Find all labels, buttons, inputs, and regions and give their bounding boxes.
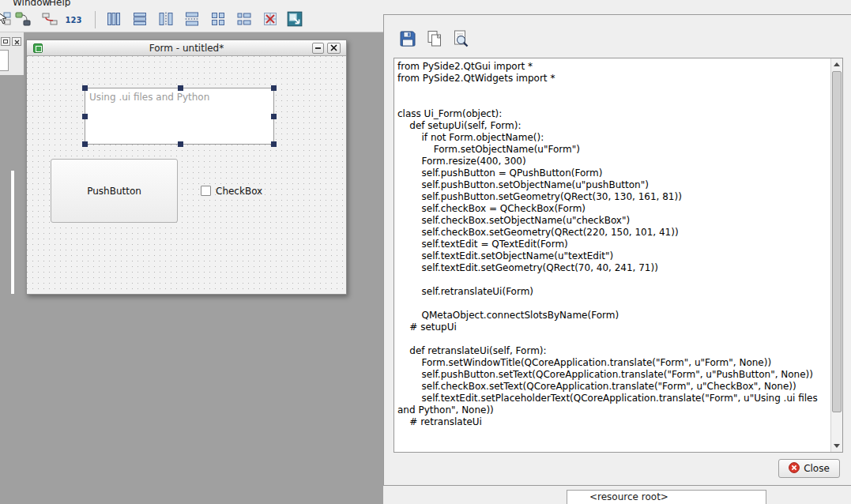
edit-tab-order-icon: 123 bbox=[66, 16, 82, 24]
dock-close-icon bbox=[14, 36, 20, 47]
code-line: Form.resize(400, 300) bbox=[397, 156, 830, 167]
selection-handle-top-left[interactable] bbox=[82, 85, 88, 91]
code-line: class Ui_Form(object): bbox=[397, 108, 830, 120]
code-line: Form.setWindowTitle(QCoreApplication.tra… bbox=[397, 357, 830, 369]
code-line: self.textEdit = QTextEdit(Form) bbox=[397, 239, 830, 250]
layout-splitter-horizontal-icon bbox=[158, 11, 174, 29]
dock-float-button[interactable] bbox=[1, 37, 10, 46]
code-scrollbar[interactable] bbox=[830, 58, 842, 452]
code-line: def retranslateUi(self, Form): bbox=[397, 345, 830, 357]
break-layout-button[interactable] bbox=[260, 9, 281, 30]
edit-widgets-icon bbox=[0, 11, 12, 29]
bottom-panel-strip: <resource root> bbox=[383, 486, 851, 504]
close-window-button[interactable] bbox=[327, 43, 341, 54]
form-editor-window: Form - untitled* Using .ui files and Pyt… bbox=[26, 39, 347, 295]
selection-handle-bottom-right[interactable] bbox=[271, 141, 277, 147]
toolbar-separator bbox=[95, 11, 96, 28]
code-line: self.checkBox.setText(QCoreApplication.t… bbox=[397, 381, 830, 393]
down-arrow-icon bbox=[834, 444, 840, 448]
minimize-button[interactable] bbox=[312, 43, 324, 54]
code-preview-dialog: from PySide2.QtGui import *from PySide2.… bbox=[383, 14, 851, 486]
code-view: from PySide2.QtGui import *from PySide2.… bbox=[393, 58, 843, 453]
find-button[interactable] bbox=[450, 29, 471, 50]
up-arrow-icon bbox=[834, 62, 840, 66]
resource-root-item[interactable]: <resource root> bbox=[589, 491, 668, 502]
minimize-icon bbox=[315, 47, 321, 49]
resource-browser-panel: <resource root> bbox=[567, 490, 766, 504]
code-line: QMetaObject.connectSlotsByName(Form) bbox=[397, 310, 830, 322]
textedit-widget[interactable]: Using .ui files and Python bbox=[85, 88, 274, 145]
code-line: if not Form.objectName(): bbox=[397, 132, 830, 144]
code-line: and Python", None)) bbox=[397, 404, 830, 416]
form-design-canvas[interactable]: Using .ui files and Python PushButton Ch… bbox=[27, 56, 346, 294]
code-line bbox=[397, 85, 830, 96]
code-line: self.pushButton = QPushButton(Form) bbox=[397, 167, 830, 179]
pushbutton-widget[interactable]: PushButton bbox=[51, 159, 178, 223]
code-line: from PySide2.QtGui import * bbox=[397, 61, 830, 73]
find-icon bbox=[451, 29, 470, 51]
selection-handle-top-center[interactable] bbox=[178, 85, 183, 91]
menu-help[interactable]: Help bbox=[49, 0, 70, 7]
selection-handle-bottom-left[interactable] bbox=[82, 141, 88, 147]
layout-splitter-vertical-icon bbox=[184, 11, 200, 29]
layout-grid-button[interactable] bbox=[208, 9, 228, 30]
scrollbar-up-arrow[interactable] bbox=[831, 58, 842, 70]
code-line: def setupUi(self, Form): bbox=[397, 120, 830, 132]
selection-handle-middle-left[interactable] bbox=[82, 114, 88, 119]
edit-buddies-button[interactable] bbox=[40, 9, 60, 30]
edit-signals-slots-icon bbox=[15, 11, 31, 29]
layout-vertically-button[interactable] bbox=[130, 9, 150, 30]
qt-designer-screen: Window Help 123 bbox=[0, 0, 851, 504]
code-line: self.pushButton.setText(QCoreApplication… bbox=[397, 369, 830, 381]
layout-grid-icon bbox=[210, 11, 226, 29]
code-line: # setupUi bbox=[397, 322, 830, 333]
dock-close-button[interactable] bbox=[12, 37, 21, 46]
code-line bbox=[397, 333, 830, 345]
selection-handle-top-right[interactable] bbox=[271, 85, 277, 91]
code-line: self.textEdit.setPlaceholderText(QCoreAp… bbox=[397, 393, 830, 404]
layout-horizontal-icon bbox=[106, 11, 122, 29]
code-line: self.retranslateUi(Form) bbox=[397, 286, 830, 298]
close-window-icon bbox=[330, 43, 337, 54]
save-button[interactable] bbox=[397, 29, 418, 50]
selection-handle-bottom-center[interactable] bbox=[178, 141, 183, 147]
code-line: self.checkBox.setObjectName(u"checkBox") bbox=[397, 215, 830, 227]
layout-form-icon bbox=[236, 11, 252, 29]
form-window-title: Form - untitled* bbox=[27, 43, 346, 54]
form-window-titlebar[interactable]: Form - untitled* bbox=[27, 40, 346, 56]
close-dialog-label: Close bbox=[804, 463, 830, 474]
layout-splitter-horizontal-button[interactable] bbox=[156, 9, 176, 30]
code-line: from PySide2.QtWidgets import * bbox=[397, 73, 830, 85]
widget-filter-input[interactable] bbox=[0, 50, 9, 71]
layout-vertical-icon bbox=[132, 11, 148, 29]
code-line bbox=[397, 274, 830, 286]
break-layout-icon bbox=[262, 11, 278, 29]
copy-button[interactable] bbox=[424, 29, 445, 50]
checkbox-label: CheckBox bbox=[216, 186, 262, 197]
code-line bbox=[397, 96, 830, 108]
designer-form-icon bbox=[33, 43, 43, 53]
layout-splitter-vertical-button[interactable] bbox=[182, 9, 202, 30]
adjust-size-button[interactable] bbox=[284, 9, 305, 30]
menu-window[interactable]: Window bbox=[13, 0, 50, 7]
checkbox-widget[interactable]: CheckBox bbox=[201, 175, 281, 207]
layout-horizontally-button[interactable] bbox=[104, 9, 124, 30]
code-line: self.textEdit.setGeometry(QRect(70, 40, … bbox=[397, 262, 830, 274]
edit-tab-order-button[interactable]: 123 bbox=[63, 9, 84, 30]
textedit-placeholder: Using .ui files and Python bbox=[89, 92, 209, 103]
checkbox-indicator bbox=[201, 186, 211, 196]
code-line: # retranslateUi bbox=[397, 416, 830, 428]
edit-signals-slots-button[interactable] bbox=[13, 9, 33, 30]
widget-box-scrollbar[interactable] bbox=[10, 170, 15, 295]
code-line: self.pushButton.setGeometry(QRect(30, 13… bbox=[397, 191, 830, 203]
code-line: self.checkBox = QCheckBox(Form) bbox=[397, 203, 830, 215]
layout-form-button[interactable] bbox=[234, 9, 254, 30]
code-line: self.pushButton.setObjectName(u"pushButt… bbox=[397, 179, 830, 191]
code-text-area[interactable]: from PySide2.QtGui import *from PySide2.… bbox=[394, 58, 830, 452]
selection-handle-middle-right[interactable] bbox=[271, 114, 277, 119]
code-line: Form.setObjectName(u"Form") bbox=[397, 144, 830, 156]
close-dialog-icon bbox=[789, 462, 800, 476]
close-dialog-button[interactable]: Close bbox=[778, 459, 840, 478]
scrollbar-thumb[interactable] bbox=[832, 71, 842, 412]
scrollbar-down-arrow[interactable] bbox=[831, 440, 842, 452]
